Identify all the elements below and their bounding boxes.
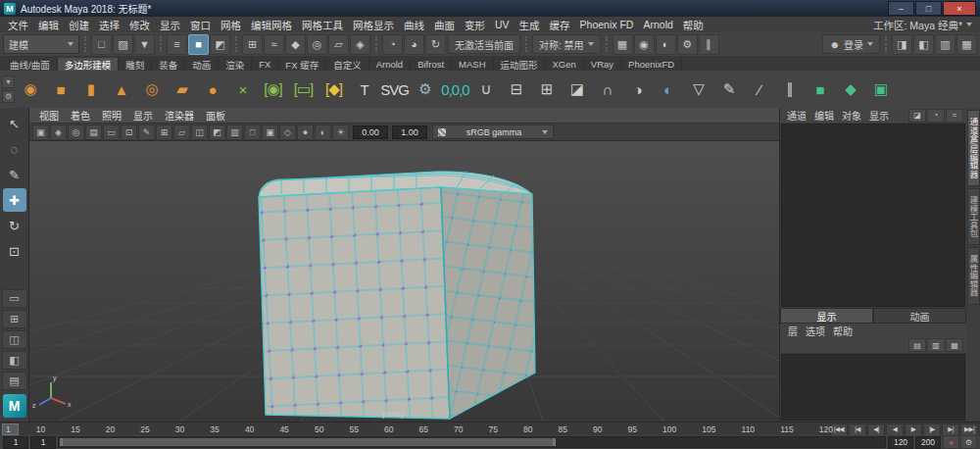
make-object-live-icon[interactable]: ◈ [350, 34, 370, 55]
shelf-tab-xgen[interactable]: XGen [546, 58, 584, 71]
shelf-tab-arnold[interactable]: Arnold [369, 58, 411, 71]
construction-history-icon[interactable]: ↻ [425, 34, 446, 55]
sidetab-attribute-editor[interactable]: 属性编辑器 [967, 247, 980, 305]
menu-item[interactable]: 网格显示 [348, 18, 399, 32]
exposure-field[interactable] [353, 125, 388, 139]
poly-sphere-icon[interactable]: ◉ [15, 74, 45, 105]
menu-item[interactable]: 曲面 [429, 18, 460, 32]
minimize-button[interactable]: – [888, 1, 914, 16]
output-from-selected-icon[interactable]: ◕ [404, 34, 424, 55]
workspace-selector[interactable]: 工作区: Maya 经典* [873, 18, 980, 32]
channel-box-menu-item[interactable]: 显示 [865, 108, 893, 123]
shelf-tab-mash[interactable]: MASH [452, 58, 493, 71]
select-camera-icon[interactable]: ▣ [32, 125, 49, 140]
play-backwards-button[interactable]: ◀ [886, 424, 904, 436]
range-slider-track[interactable] [58, 436, 886, 448]
menu-item[interactable]: 文件 [3, 18, 33, 32]
step-forward-frame-button[interactable]: ▶| [942, 424, 959, 436]
range-slider-bar[interactable] [60, 438, 556, 446]
persp-outliner-layout-icon[interactable]: ◫ [2, 330, 27, 349]
viewport-3d-canvas[interactable]: y x z persp [29, 141, 779, 422]
menu-item[interactable]: 编辑网格 [246, 18, 297, 32]
select-component-icon[interactable]: ◩ [210, 34, 230, 55]
snap-point-icon[interactable]: ◆ [285, 34, 306, 55]
menu-item[interactable]: 显示 [155, 18, 185, 32]
quad-draw-icon[interactable]: ■ [805, 74, 835, 105]
ipr-render-icon[interactable]: ◐ [656, 34, 676, 55]
poly-torus-icon[interactable]: ◎ [136, 74, 167, 105]
safe-title-icon[interactable]: ▣ [262, 125, 278, 140]
animation-start-field[interactable] [3, 436, 28, 449]
animation-preferences-icon[interactable]: ⚙ [960, 435, 977, 449]
resolution-gate-icon[interactable]: ◫ [191, 125, 208, 140]
rotate-tool-icon[interactable]: ↻ [3, 214, 26, 237]
shelf-options-icon[interactable]: ⚙ [2, 90, 15, 103]
menu-item[interactable]: 网格 [216, 18, 246, 32]
bridge-icon[interactable]: ∩ [592, 74, 622, 105]
snap-curve-icon[interactable]: ≈ [264, 34, 284, 55]
snap-view-plane-icon[interactable]: ▱ [328, 34, 349, 55]
menu-item[interactable]: Arnold [638, 19, 677, 30]
film-gate-icon[interactable]: ▱ [173, 125, 190, 140]
toggle-attribute-editor-icon[interactable]: ◨ [892, 34, 912, 55]
type-tool-icon[interactable]: T [349, 74, 379, 105]
input-to-selected-icon[interactable]: ◔ [382, 34, 403, 55]
wireframe-mode-icon[interactable]: ◇ [279, 125, 296, 140]
top-persp-layout-icon[interactable]: ◧ [2, 351, 27, 370]
maximize-button[interactable]: □ [915, 1, 942, 16]
poly-disc-icon[interactable]: ● [197, 74, 227, 105]
viewport-menu-item[interactable]: 面板 [200, 108, 231, 123]
close-button[interactable]: × [943, 1, 976, 16]
step-back-frame-button[interactable]: |◀ [849, 424, 866, 436]
toggle-tool-settings-icon[interactable]: ◧ [913, 34, 934, 55]
shelf-tab-animation[interactable]: 动画 [185, 58, 219, 71]
sweep-mesh-icon[interactable]: ⚙ [410, 74, 440, 105]
toggle-workspace-icon[interactable]: ▦ [956, 34, 977, 55]
move-tool-icon[interactable]: ✚ [3, 188, 26, 212]
shelf-tab-motion-graphics[interactable]: 运动图形 [494, 58, 546, 71]
2d-pan-zoom-icon[interactable]: ⊡ [121, 125, 137, 140]
shelf-tab-rigging[interactable]: 装备 [152, 58, 185, 71]
new-layer-from-selected-icon[interactable]: ▥ [927, 338, 945, 352]
menu-item[interactable]: 帮助 [678, 18, 709, 32]
camera-attributes-icon[interactable]: ◎ [68, 125, 84, 140]
toggle-channel-box-icon[interactable]: ▥ [935, 34, 956, 55]
hypershade-persp-layout-icon[interactable]: ▤ [2, 372, 27, 390]
shelf-tab-custom[interactable]: 自定义 [326, 58, 369, 71]
menu-item[interactable]: 窗口 [185, 18, 216, 32]
menu-item[interactable]: 编辑 [33, 18, 64, 32]
shelf-tab-list-icon[interactable]: ▾ [2, 75, 15, 88]
step-back-key-button[interactable]: ◀| [867, 424, 885, 436]
viewport-menu-item[interactable]: 显示 [127, 108, 159, 123]
image-plane-icon[interactable]: ▭ [103, 125, 120, 140]
viewport-3d-area[interactable]: y x z persp [29, 141, 779, 422]
layer-menu-item[interactable]: 选项 [802, 324, 829, 338]
menu-item[interactable]: 生成 [514, 18, 545, 32]
channel-box-menu-item[interactable]: 编辑 [810, 108, 838, 123]
step-forward-key-button[interactable]: |▶ [923, 424, 941, 436]
field-chart-icon[interactable]: ▥ [226, 125, 243, 140]
menu-item[interactable]: 变形 [460, 18, 490, 32]
channel-speed-icon[interactable]: ◔ [927, 109, 945, 123]
shelf-tab-fx[interactable]: FX [252, 58, 278, 71]
shelf-tab-phoenixfd[interactable]: PhoenixFD [621, 58, 682, 71]
time-slider[interactable]: 1101520253035404550556065707580859095100… [0, 423, 841, 436]
reduce-icon[interactable]: ▽ [683, 74, 713, 105]
target-weld-icon[interactable]: ◆ [835, 74, 865, 105]
layer-menu-item[interactable]: 层 [784, 324, 802, 338]
smooth-mesh-icon[interactable]: [◉] [258, 74, 288, 105]
sign-in-button[interactable]: ☻ 登录 [822, 34, 880, 54]
menu-item[interactable]: UV [490, 19, 514, 30]
pause-viewport-icon[interactable]: ∥ [699, 34, 719, 55]
play-forwards-button[interactable]: ▶ [905, 424, 922, 436]
channel-hyperbolic-icon[interactable]: ≈ [946, 109, 963, 123]
paint-select-tool-icon[interactable]: ✎ [3, 163, 26, 186]
menu-item[interactable]: 曲线 [399, 18, 429, 32]
layer-menu-item[interactable]: 帮助 [829, 324, 857, 338]
select-object-icon[interactable]: ■ [188, 34, 209, 55]
menu-item[interactable]: 修改 [124, 18, 155, 32]
shaded-mode-icon[interactable]: ● [297, 125, 314, 140]
layer-tab-anim[interactable]: 动画 [873, 308, 966, 324]
animation-end-field[interactable] [915, 436, 941, 449]
shelf-tab-curves[interactable]: 曲线/曲面 [3, 58, 58, 71]
